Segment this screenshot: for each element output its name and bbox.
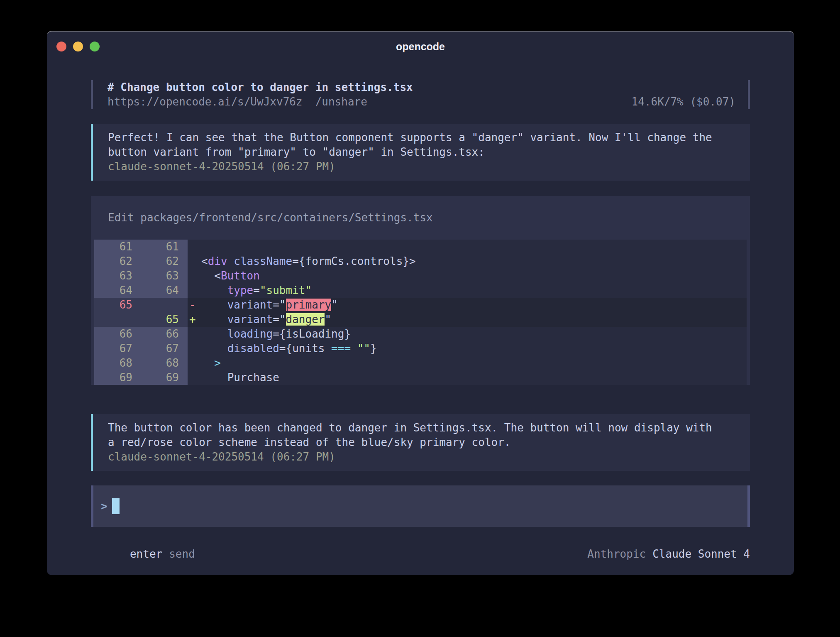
message-line: The button color has been changed to dan… bbox=[108, 421, 742, 435]
context-stats: 14.6K/7% ($0.07) bbox=[632, 95, 735, 109]
titlebar: opencode bbox=[47, 32, 794, 61]
session-header: # Change button color to danger in setti… bbox=[91, 80, 750, 109]
provider-label: Anthropic bbox=[587, 548, 646, 560]
share-url[interactable]: https://opencode.ai/s/UwJxv76z bbox=[107, 95, 303, 109]
helper-row: entersend AnthropicClaude Sonnet 4 bbox=[91, 532, 750, 575]
prompt-symbol: > bbox=[101, 499, 107, 514]
prompt-input[interactable]: > bbox=[91, 485, 750, 527]
diff-row: 6464 type="submit" bbox=[94, 283, 747, 298]
model-indicator: AnthropicClaude Sonnet 4 bbox=[548, 532, 750, 575]
session-subtitle-row: https://opencode.ai/s/UwJxv76z /unshare … bbox=[107, 95, 735, 109]
diff-row: 65+ variant="danger" bbox=[94, 312, 747, 327]
diff-row: 6262 <div className={formCs.controls}> bbox=[94, 254, 747, 269]
message-line: button variant from "primary" to "danger… bbox=[108, 145, 742, 159]
text-cursor bbox=[112, 498, 120, 514]
opencode-window: opencode # Change button color to danger… bbox=[47, 31, 794, 575]
model-label: Claude Sonnet 4 bbox=[652, 548, 750, 560]
diff-row: 6868 > bbox=[94, 356, 747, 370]
edit-tool-title: Edit packages/frontend/src/containers/Se… bbox=[91, 196, 750, 240]
assistant-message: Perfect! I can see that the Button compo… bbox=[91, 124, 750, 181]
diff-row: 6161 bbox=[94, 240, 747, 254]
window-title: opencode bbox=[47, 32, 794, 61]
diff-view: 6161 6262 <div className={formCs.control… bbox=[94, 240, 747, 385]
send-hint: entersend bbox=[91, 532, 195, 575]
diff-row: 6767 disabled={units === ""} bbox=[94, 341, 747, 356]
diff-row: 6969 Purchase bbox=[94, 370, 747, 385]
diff-row: 6363 <Button bbox=[94, 269, 747, 283]
assistant-message: The button color has been changed to dan… bbox=[91, 414, 750, 471]
message-line: Perfect! I can see that the Button compo… bbox=[108, 130, 742, 145]
message-meta: claude-sonnet-4-20250514 (06:27 PM) bbox=[108, 159, 742, 174]
diff-row: 65- variant="primary" bbox=[94, 298, 747, 312]
unshare-command[interactable]: /unshare bbox=[315, 95, 367, 109]
diff-row: 6666 loading={isLoading} bbox=[94, 327, 747, 341]
session-title: # Change button color to danger in setti… bbox=[107, 80, 735, 95]
send-action-label: send bbox=[169, 548, 195, 560]
message-line: a red/rose color scheme instead of the b… bbox=[108, 435, 742, 450]
enter-key-hint: enter bbox=[130, 548, 162, 560]
edit-tool-panel: Edit packages/frontend/src/containers/Se… bbox=[91, 196, 750, 385]
message-meta: claude-sonnet-4-20250514 (06:27 PM) bbox=[108, 450, 742, 464]
